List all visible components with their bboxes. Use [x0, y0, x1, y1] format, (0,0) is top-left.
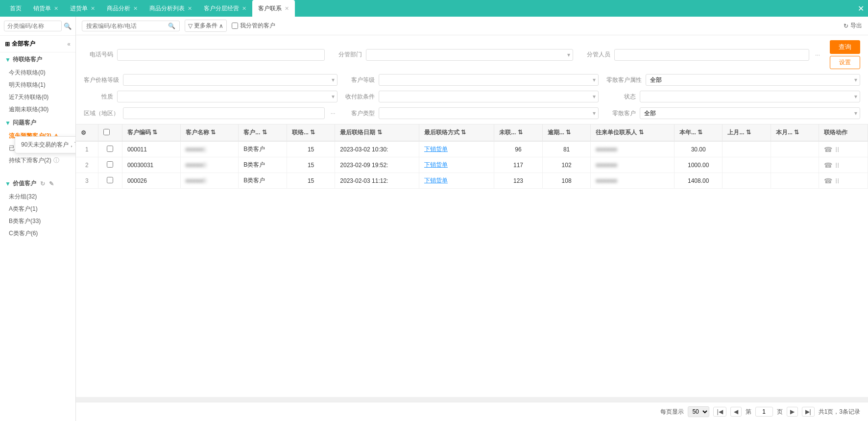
sidebar-item-7days-label: 近7天待联络(0) [9, 94, 48, 100]
next-page-button[interactable]: ▶ [787, 407, 798, 417]
col-type[interactable]: 客户... ⇅ [239, 124, 287, 141]
tab-sales[interactable]: 销货单 ✕ [27, 0, 64, 17]
sidebar-item-a-class[interactable]: A类客户(1) [0, 203, 75, 215]
last-page-button[interactable]: ▶| [802, 407, 815, 417]
phone-input[interactable] [117, 49, 325, 61]
refresh-icon[interactable]: ↻ [40, 180, 45, 187]
region-input[interactable] [123, 107, 325, 119]
payment-select[interactable] [379, 91, 599, 102]
row-checkbox[interactable] [107, 146, 113, 152]
page-number-input[interactable] [755, 407, 773, 417]
col-last-month[interactable]: 上月... ⇅ [723, 124, 771, 141]
more-actions-icon[interactable]: ⁞⁞ [835, 161, 839, 169]
sidebar-section-problem[interactable]: ▼ 问题客户 [0, 116, 75, 130]
person-dots-button[interactable]: ··· [813, 51, 822, 58]
last-method-link[interactable]: 下销货单 [424, 146, 448, 152]
sidebar-item-tomorrow[interactable]: 明天待联络(1) [0, 79, 75, 91]
row-checkbox[interactable] [107, 161, 113, 168]
dept-select[interactable] [366, 49, 574, 61]
tab-customer-contact[interactable]: 客户联系 ✕ [252, 0, 295, 17]
query-button[interactable]: 查询 [830, 40, 860, 54]
last-method-link[interactable]: 下销货单 [424, 161, 448, 168]
edit-icon[interactable]: ✎ [49, 180, 54, 187]
my-customers-checkbox[interactable] [232, 23, 238, 29]
close-icon[interactable]: ✕ [188, 5, 192, 12]
sidebar-search-input[interactable] [4, 21, 62, 31]
close-icon[interactable]: ✕ [242, 5, 246, 12]
col-this-month[interactable]: 本月... ⇅ [771, 124, 819, 141]
tab-customer-tier[interactable]: 客户分层经营 ✕ [198, 0, 252, 17]
col-code[interactable]: 客户编码 ⇅ [122, 124, 180, 141]
top-tab-bar: 首页 销货单 ✕ 进货单 ✕ 商品分析 ✕ 商品分析列表 ✕ 客户分层经营 ✕ … [0, 0, 868, 17]
col-settings[interactable]: ⚙ [76, 124, 98, 141]
sidebar-item-declining[interactable]: 持续下滑客户(2) ⓘ [0, 154, 75, 167]
last-method-link[interactable]: 下销货单 [424, 177, 448, 184]
close-icon[interactable]: ✕ [285, 5, 289, 12]
sidebar-item-7days[interactable]: 近7天待联络(0) [0, 91, 75, 103]
col-last-date[interactable]: 最后联络日期 ⇅ [335, 124, 419, 141]
collapse-icon[interactable]: « [67, 41, 71, 48]
sidebar-section-pending[interactable]: ▼ 待联络客户 [0, 52, 75, 67]
sort-icon4: ⇅ [310, 129, 315, 136]
sidebar-item-ungrouped[interactable]: 未分组(32) [0, 191, 75, 203]
sort-icon12: ⇅ [794, 129, 799, 136]
all-customers-label: 全部客户 [12, 40, 35, 48]
person-input[interactable] [614, 49, 809, 61]
more-actions-icon[interactable]: ⁞⁞ [835, 146, 839, 153]
col-checkbox[interactable] [98, 124, 122, 141]
col-overdue[interactable]: 逾期... ⇅ [542, 124, 591, 141]
zero-attr-select[interactable]: 全部 [646, 74, 860, 86]
col-liaison[interactable]: 往来单位联系人 ⇅ [591, 124, 675, 141]
data-table-wrap: ⚙ 客户编码 ⇅ 客户名称 ⇅ 客户... ⇅ 联络... ⇅ 最后联络日期 ⇅… [76, 124, 868, 397]
sidebar-all-customers[interactable]: ⊞ 全部客户 « [0, 36, 75, 52]
col-not-contact[interactable]: 未联... ⇅ [494, 124, 543, 141]
select-all-checkbox[interactable] [103, 129, 110, 135]
sidebar-item-today[interactable]: 今天待联络(0) [0, 67, 75, 79]
col-this-year[interactable]: 本年... ⇅ [674, 124, 723, 141]
price-level-select[interactable] [123, 74, 338, 86]
sidebar-item-b-class[interactable]: B类客户(33) [0, 215, 75, 227]
more-conditions-button[interactable]: ▽ 更多条件 ∧ [185, 20, 227, 32]
col-name[interactable]: 客户名称 ⇅ [180, 124, 239, 141]
col-last-method[interactable]: 最后联络方式 ⇅ [419, 124, 494, 141]
region-dots-button[interactable]: ··· [329, 110, 338, 117]
search-input[interactable] [86, 23, 166, 29]
row-checkbox[interactable] [107, 177, 113, 183]
chevron-down-icon: ∧ [219, 23, 223, 29]
settings-button[interactable]: 设置 [830, 56, 860, 69]
sidebar-section-value[interactable]: ▼ 价值客户 ↻ ✎ [0, 176, 75, 191]
contact-icon[interactable]: ☎ [824, 177, 832, 185]
customer-level-select[interactable] [379, 74, 599, 86]
close-icon[interactable]: ✕ [91, 5, 95, 12]
sidebar-item-overdue-contact[interactable]: 逾期未联络(30) [0, 103, 75, 116]
customer-type-select[interactable] [379, 107, 599, 119]
close-icon[interactable]: ✕ [54, 5, 58, 12]
tab-analysis-list[interactable]: 商品分析列表 ✕ [144, 0, 198, 17]
sidebar-item-c-class[interactable]: C类客户(6) [0, 227, 75, 240]
sidebar-item-c-label: C类客户(6) [9, 230, 38, 237]
tab-customer-tier-label: 客户分层经营 [204, 4, 239, 13]
sidebar-item-tomorrow-label: 明天待联络(1) [9, 81, 46, 88]
gender-select[interactable] [117, 91, 338, 102]
tab-analysis[interactable]: 商品分析 ✕ [101, 0, 144, 17]
prev-page-button[interactable]: ◀ [730, 407, 742, 417]
tab-purchase[interactable]: 进货单 ✕ [64, 0, 101, 17]
window-close-icon[interactable]: ✕ [858, 4, 864, 13]
close-icon[interactable]: ✕ [133, 5, 138, 12]
tab-home[interactable]: 首页 [4, 0, 27, 17]
export-button[interactable]: ↻ 导出 [844, 22, 862, 30]
contact-icon[interactable]: ☎ [824, 161, 832, 169]
sidebar-item-declining-label: 持续下滑客户(2) [9, 156, 51, 165]
tab-purchase-label: 进货单 [70, 4, 88, 13]
zero-customer-select[interactable]: 全部 [640, 107, 860, 119]
horizontal-scrollbar[interactable] [76, 397, 868, 402]
contact-icon[interactable]: ☎ [824, 146, 832, 153]
more-actions-icon[interactable]: ⁞⁞ [835, 177, 839, 185]
col-action: 联络动作 [819, 124, 868, 141]
row-last-month [723, 173, 771, 189]
tab-sales-label: 销货单 [33, 4, 51, 13]
status-select[interactable] [640, 91, 860, 102]
col-contact-count[interactable]: 联络... ⇅ [287, 124, 335, 141]
first-page-button[interactable]: |◀ [713, 407, 726, 417]
per-page-select[interactable]: 50 [688, 406, 709, 417]
